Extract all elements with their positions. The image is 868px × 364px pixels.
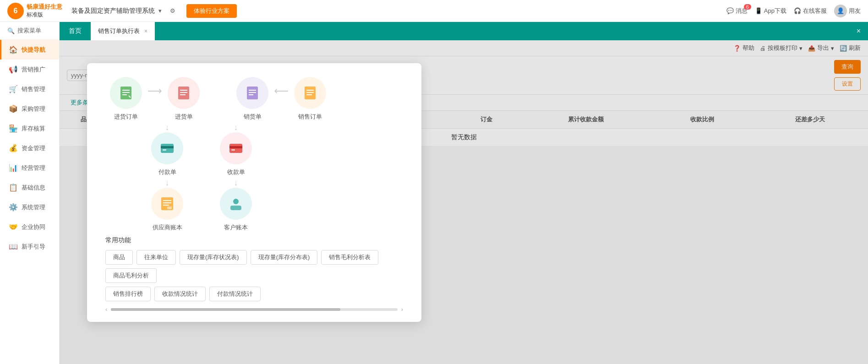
func-btn-goods-profit[interactable]: 商品毛利分析 [105,268,157,283]
quicknav-overlay[interactable]: 进货订单 ⟶ [60,40,868,364]
search-menu[interactable]: 🔍 搜索菜单 [0,22,59,40]
online-service-label: 在线客服 [803,7,827,15]
func-buttons-row1: 商品 往来单位 现存量(库存状况表) 现存量(库存分布表) 销售毛利分析表 商品… [105,250,403,283]
func-btn-goods[interactable]: 商品 [105,250,133,265]
sidebar-label-inventory: 库存核算 [22,125,45,133]
sidebar-item-marketing[interactable]: 📢 营销推广 [0,60,59,79]
sidebar-item-basic-info[interactable]: 📋 基础信息 [0,178,59,197]
flow-node-purchase-order[interactable]: 进货订单 [110,77,142,121]
sidebar-label-operation: 经营管理 [22,164,45,172]
app-download-button[interactable]: 📱 App下载 [755,7,786,15]
supplier-ledger-circle[interactable] [151,188,183,220]
newbie-icon: 📖 [9,242,18,251]
func-btn-sales-profit[interactable]: 销售毛利分析表 [321,250,378,265]
scroll-left-arrow[interactable]: ‹ [105,306,107,313]
download-icon: 📱 [755,7,762,14]
arrow-down-receipt: ↓ [234,123,238,132]
common-funcs: 常用功能 商品 往来单位 现存量(库存状况表) 现存量(库存分布表) 销售毛利分… [105,236,403,301]
purchase-order-circle[interactable] [110,77,142,109]
func-btn-sales-rank[interactable]: 销售排行榜 [105,287,151,301]
scrollbar-thumb [111,308,340,311]
sidebar: 🔍 搜索菜单 🏠 快捷导航 📢 营销推广 🛒 销售管理 📦 采购管理 🏪 [0,22,60,364]
sidebar-item-operation[interactable]: 📊 经营管理 [0,158,59,178]
user-area[interactable]: 👤 用友 [834,5,861,17]
arrow-down-customer: ↓ [234,178,238,188]
page-area: ❓ 帮助 🖨 按模板打印 ▾ 📤 导出 ▾ [60,40,868,364]
common-funcs-title: 常用功能 [105,236,403,244]
logo-area: 6 畅康通好生意 标准版 [7,3,67,19]
sales-icon: 🛒 [9,85,18,93]
flow-col-receipt: ↓ 收款单 [215,123,257,176]
main-wrapper: 🔍 搜索菜单 🏠 快捷导航 📢 营销推广 🛒 销售管理 📦 采购管理 🏪 [0,22,868,364]
scrollbar-track[interactable] [111,308,397,311]
tab-close-all[interactable]: × [849,27,868,35]
quick-nav-icon: 🏠 [9,45,18,54]
flow-node-purchase-bill[interactable]: 进货单 [168,77,200,121]
flow-diagram-row3: ↓ [105,178,403,232]
receipt-circle[interactable] [220,132,252,164]
svg-rect-28 [230,206,241,210]
flow-node-supplier-ledger[interactable]: 供应商账本 [151,188,183,232]
marketing-icon: 📢 [9,65,18,74]
sidebar-item-purchase[interactable]: 📦 采购管理 [0,99,59,119]
flow-node-payment[interactable]: 付款单 [151,132,183,176]
customer-ledger-circle[interactable] [220,188,252,220]
func-buttons-row2: 销售排行榜 收款情况统计 付款情况统计 [105,287,403,301]
sidebar-item-system[interactable]: ⚙️ 系统管理 [0,197,59,217]
online-service-button[interactable]: 🎧 在线客服 [794,7,827,15]
flow-diagram-row2: ↓ 付款单 [105,123,403,176]
brand-name: 畅康通好生意 [27,3,62,11]
message-button[interactable]: 💬 消息 6 [726,7,748,15]
sidebar-label-purchase: 采购管理 [22,105,45,113]
tab-sales-order[interactable]: 销售订单执行表 × [91,22,155,40]
flow-label-customer-ledger: 客户账本 [224,223,248,232]
sidebar-item-inventory[interactable]: 🏪 库存核算 [0,119,59,138]
sidebar-label-marketing: 营销推广 [22,65,45,74]
sidebar-item-newbie[interactable]: 📖 新手引导 [0,237,59,256]
sidebar-label-newbie: 新手引导 [22,243,45,251]
service-icon: 🎧 [794,7,801,14]
arrow-down-supplier: ↓ [165,178,169,188]
func-btn-receipt-stat[interactable]: 收款情况统计 [154,287,206,301]
svg-rect-17 [161,146,174,148]
sidebar-item-sales[interactable]: 🛒 销售管理 [0,79,59,99]
trial-button[interactable]: 体验行业方案 [186,4,237,18]
content-area: 首页 销售订单执行表 × × ❓ 帮助 [60,22,868,364]
operation-icon: 📊 [9,163,18,172]
svg-point-27 [233,199,239,204]
system-dropdown[interactable]: ▾ [158,7,162,14]
flow-node-sales-bill[interactable]: 销货单 [236,77,268,121]
sidebar-label-basic-info: 基础信息 [22,184,45,192]
arrow-purchase-to-purchasebill: ⟶ [147,85,162,97]
flow-node-receipt[interactable]: 收款单 [220,132,252,176]
tab-home[interactable]: 首页 [60,22,91,40]
flow-label-receipt: 收款单 [227,168,245,176]
func-btn-payment-stat[interactable]: 付款情况统计 [209,287,261,301]
flow-node-customer-ledger[interactable]: 客户账本 [220,188,252,232]
flow-node-sales-order[interactable]: 销售订单 [294,77,326,121]
quicknav-panel: 进货订单 ⟶ [87,63,421,322]
sidebar-item-quick-nav[interactable]: 🏠 快捷导航 [0,40,59,60]
flow-label-payment: 付款单 [158,168,176,176]
purchase-bill-circle[interactable] [168,77,200,109]
sales-bill-circle[interactable] [236,77,268,109]
message-icon: 💬 [726,7,734,14]
purchase-icon: 📦 [9,104,18,113]
func-btn-partner[interactable]: 往来单位 [136,250,176,265]
payment-circle[interactable] [151,132,183,164]
sales-order-circle[interactable] [294,77,326,109]
sidebar-item-finance[interactable]: 💰 资金管理 [0,138,59,158]
svg-rect-20 [229,146,242,148]
sidebar-label-finance: 资金管理 [22,144,45,152]
logo-text: 畅康通好生意 标准版 [27,3,62,19]
flow-col-customer: ↓ 客户账本 [215,178,257,232]
func-btn-stock-status[interactable]: 现存量(库存状况表) [180,250,247,265]
system-title: 装备及固定资产辅助管理系统 [71,7,155,15]
flow-label-purchase-bill: 进货单 [175,113,193,121]
func-btn-stock-dist[interactable]: 现存量(库存分布表) [251,250,318,265]
scroll-right-arrow[interactable]: › [401,306,403,313]
svg-rect-26 [167,206,172,209]
sidebar-item-collab[interactable]: 🤝 企业协同 [0,217,59,237]
tab-close-sales-order[interactable]: × [144,28,147,34]
settings-button[interactable]: ⚙ [166,5,179,17]
